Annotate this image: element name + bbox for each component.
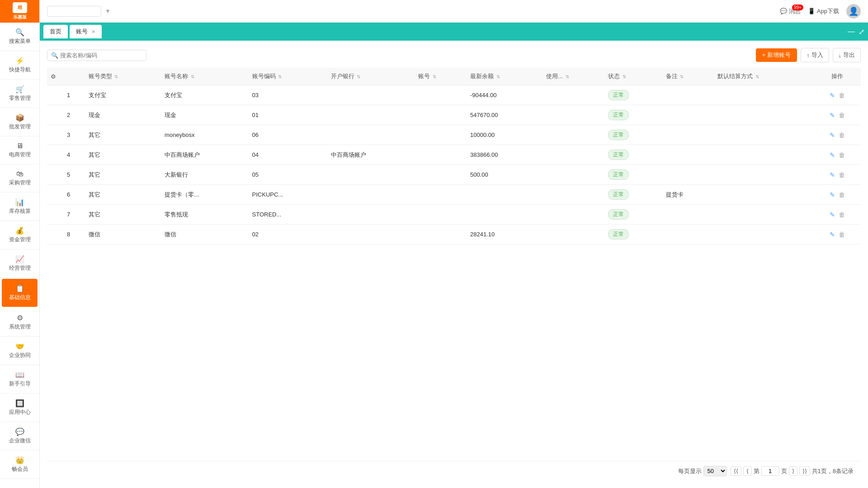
edit-button[interactable]: ✎ [830,211,835,218]
status-badge: 正常 [608,169,629,180]
delete-button[interactable]: 🗑 [839,171,845,178]
sidebar-item-label: 企业协同 [2,352,38,359]
sort-code-icon: ⇅ [278,74,282,79]
sidebar-item-quick-nav[interactable]: ⚡ 快捷导航 [0,51,39,80]
col-account[interactable]: 账号 ⇅ [415,68,467,85]
col-type[interactable]: 账号类型 ⇅ [85,68,161,85]
cell-usage [542,125,604,145]
page-label: 第 [754,467,760,475]
cell-status: 正常 [604,205,662,225]
edit-button[interactable]: ✎ [830,171,835,178]
cell-op: ✎ 🗑 [814,105,861,125]
col-account-label: 账号 [418,73,430,80]
cell-balance: 10000.00 [467,125,542,145]
col-status[interactable]: 状态 ⇅ [604,68,662,85]
cell-settlement [714,225,814,244]
topbar-dropdown-icon[interactable]: ▼ [105,8,111,14]
sidebar-item-label: 零售管理 [2,94,38,102]
edit-button[interactable]: ✎ [830,92,835,99]
col-bank[interactable]: 开户银行 ⇅ [327,68,415,85]
sidebar-item-sys-mgmt[interactable]: ⚙ 系统管理 [0,308,39,337]
import-button[interactable]: ↑ 导入 [801,48,829,62]
cell-code: 06 [249,125,327,145]
col-op: 操作 [814,68,861,85]
col-gear[interactable]: ⚙ [47,68,63,85]
sidebar-item-business-mgmt[interactable]: 📈 经营管理 [0,249,39,278]
content-area: 🔍 + 新增账号 ↑ 导入 ↓ 导出 [40,41,868,488]
topbar-search-input[interactable] [47,6,101,17]
search-input[interactable] [60,52,142,59]
sidebar-item-search-menu[interactable]: 🔍 搜索菜单 [0,23,39,51]
delete-button[interactable]: 🗑 [839,131,845,139]
user-avatar[interactable]: 👤 [846,4,861,19]
tab-account-close[interactable]: ✕ [91,29,95,35]
status-badge: 正常 [608,130,629,140]
cell-note [662,125,714,145]
first-page-button[interactable]: ⟨⟨ [731,466,741,476]
search-box[interactable]: 🔍 [47,50,146,61]
sidebar-item-app-center[interactable]: 🔲 应用中心 [0,394,39,422]
current-page-input[interactable] [761,466,779,476]
col-op-label: 操作 [831,73,843,80]
cell-op: ✎ 🗑 [814,165,861,185]
sidebar-item-ecommerce-mgmt[interactable]: 🖥 电商管理 [0,136,39,164]
sidebar-item-corp-agreement[interactable]: 🤝 企业协同 [0,337,39,365]
sidebar-item-wholesale-mgmt[interactable]: 📦 批发管理 [0,108,39,136]
sidebar-item-label: 库存核算 [2,207,38,215]
sidebar-item-retail-mgmt[interactable]: 🛒 零售管理 [0,80,39,108]
app-download-label: App下载 [817,7,839,15]
sidebar-item-finance-mgmt[interactable]: 💰 资金管理 [0,221,39,249]
purchase-mgmt-icon: 🛍 [2,170,38,178]
sort-status-icon: ⇅ [623,74,626,79]
export-button[interactable]: ↓ 导出 [833,48,861,62]
edit-button[interactable]: ✎ [830,131,835,139]
edit-button[interactable]: ✎ [830,112,835,119]
cell-bank [327,125,415,145]
per-page-select[interactable]: 50 10 20 100 [703,466,727,476]
delete-button[interactable]: 🗑 [839,231,845,238]
edit-button[interactable]: ✎ [830,231,835,238]
col-note[interactable]: 备注 ⇅ [662,68,714,85]
tab-home[interactable]: 首页 [43,25,68,38]
col-type-label: 账号类型 [89,73,112,80]
sidebar-item-label: 新手引导 [2,380,38,388]
delete-button[interactable]: 🗑 [839,112,845,119]
cell-code: 03 [249,85,327,105]
sidebar-item-label: 批发管理 [2,123,38,131]
delete-button[interactable]: 🗑 [839,211,845,218]
cell-type: 其它 [85,145,161,165]
cell-op: ✎ 🗑 [814,205,861,225]
sidebar-item-purchase-mgmt[interactable]: 🛍 采购管理 [0,164,39,192]
sidebar-item-label: 经营管理 [2,264,38,272]
delete-button[interactable]: 🗑 [839,191,845,198]
sidebar-item-label: 系统管理 [2,323,38,331]
prev-page-button[interactable]: ⟨ [743,466,752,476]
sidebar-item-label: 搜索菜单 [2,38,38,45]
search-icon: 🔍 [51,52,58,59]
msg-button[interactable]: 💬 消息 99+ [780,7,801,15]
col-usage[interactable]: 使用... ⇅ [542,68,604,85]
tab-account[interactable]: 账号 ✕ [70,25,102,38]
tab-minimize-button[interactable]: — [848,28,855,36]
edit-button[interactable]: ✎ [830,191,835,198]
col-code[interactable]: 账号编码 ⇅ [249,68,327,85]
sidebar-item-vip[interactable]: 👑 畅会员 [0,450,39,479]
sidebar-item-guide[interactable]: 📖 新手引导 [0,365,39,394]
edit-button[interactable]: ✎ [830,151,835,159]
basic-info-icon: 📋 [4,284,36,293]
table-row: 6 其它 提货卡（零... PICKUPC... 正常 提货卡 ✎ 🗑 [47,185,861,205]
app-download-button[interactable]: 📱 App下载 [808,7,839,15]
sidebar-item-basic-info[interactable]: 📋 基础信息 [2,279,38,307]
add-account-button[interactable]: + 新增账号 [756,48,797,62]
col-settlement[interactable]: 默认结算方式 ⇅ [714,68,814,85]
delete-button[interactable]: 🗑 [839,151,845,159]
col-balance[interactable]: 最新余额 ⇅ [467,68,542,85]
last-page-button[interactable]: ⟩⟩ [799,466,810,476]
sidebar-item-corp-wechat[interactable]: 💬 企业微信 [0,422,39,450]
col-name[interactable]: 账号名称 ⇅ [161,68,249,85]
tab-maximize-button[interactable]: ⤢ [859,28,864,36]
tabbar: 首页 账号 ✕ — ⤢ [40,23,868,41]
sidebar-item-inventory[interactable]: 📊 库存核算 [0,192,39,221]
next-page-button[interactable]: ⟩ [789,466,797,476]
delete-button[interactable]: 🗑 [839,92,845,99]
